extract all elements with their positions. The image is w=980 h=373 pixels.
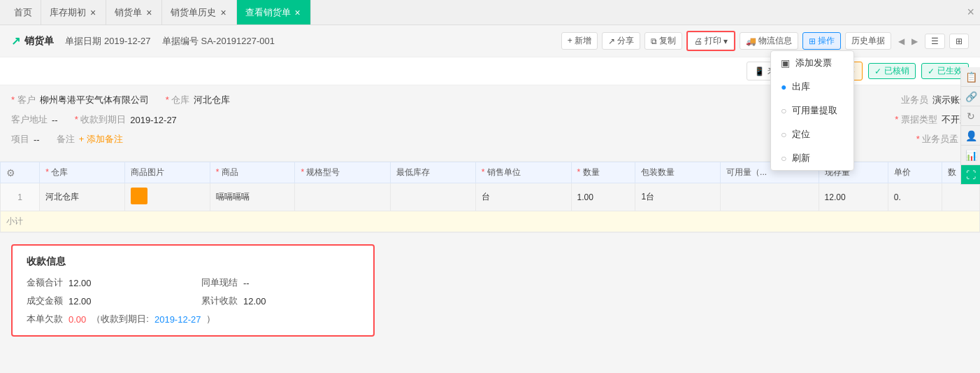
- col-settings: ⚙: [1, 162, 40, 183]
- doc-number-label: 单据编号: [162, 35, 199, 48]
- doc-number-value: SA-20191227-001: [201, 36, 275, 46]
- accumulated-label: 累计收款: [201, 295, 238, 307]
- col-unit: 销售单位: [475, 162, 571, 183]
- new-button[interactable]: + 新增: [561, 32, 598, 50]
- subtotal-row: 小计: [1, 211, 980, 232]
- col-product: 商品: [210, 162, 295, 183]
- row-min-stock: [391, 183, 476, 211]
- products-table: ⚙ 仓库 商品图片 商品 规格型号 最低库存 销售单位 数量 包装数量 可用量（…: [0, 162, 980, 232]
- project-field: 项目 --: [11, 133, 40, 146]
- col-spec: 规格型号: [295, 162, 391, 183]
- note-label: 备注: [57, 133, 75, 146]
- view-toggle-list[interactable]: ☰: [925, 34, 945, 49]
- product-image: [131, 188, 147, 204]
- col-min-stock: 最低库存: [391, 162, 476, 183]
- sales-emp-label: 业务员孟: [916, 133, 959, 146]
- operations-button[interactable]: ⊞ 操作: [802, 32, 841, 50]
- doc-meta: 单据日期 2019-12-27 单据编号 SA-20191227-001: [65, 35, 275, 48]
- copy-icon: ⧉: [651, 36, 657, 46]
- logistics-button[interactable]: 🚚 物流信息: [740, 32, 798, 50]
- check-icon: ✓: [874, 66, 881, 76]
- print-icon: 🖨: [694, 36, 702, 46]
- employee-label: 业务员: [901, 94, 928, 106]
- doc-type-icon: ↗: [11, 34, 20, 48]
- doc-date-label: 单据日期: [65, 35, 101, 48]
- project-label: 项目: [11, 133, 29, 146]
- share-icon: ↗: [608, 36, 615, 46]
- operations-icon: ⊞: [809, 36, 816, 46]
- tab-home[interactable]: 首页: [6, 0, 41, 24]
- tab-view-sales[interactable]: 查看销货单 ×: [237, 0, 311, 24]
- logistics-icon: 🚚: [746, 36, 756, 46]
- row-product: 嗝嗝嗝嗝: [210, 183, 295, 211]
- dropdown-available-qty[interactable]: ○ 可用量提取: [771, 99, 853, 122]
- col-package-qty: 包装数量: [635, 162, 721, 183]
- payment-date-value: 2019-12-27: [130, 115, 177, 125]
- copy-button[interactable]: ⧉ 复制: [644, 32, 682, 50]
- tab-sales-order[interactable]: 销货单 ×: [106, 0, 162, 24]
- tab-view-sales-close[interactable]: ×: [294, 6, 302, 19]
- row-image: [124, 183, 210, 211]
- arrears-note: （收款到期日:: [92, 313, 149, 325]
- payment-info-title: 收款信息: [27, 255, 359, 268]
- accumulated-value: 12.00: [243, 296, 266, 307]
- ticket-type-field: 票据类型 不开票: [895, 113, 969, 126]
- right-btn-3[interactable]: ↻: [961, 106, 980, 126]
- dropdown-locate[interactable]: ○ 定位: [771, 122, 853, 146]
- tab-inventory-init[interactable]: 库存期初 ×: [41, 0, 106, 24]
- arrears-row: 本单欠款 0.00 （收款到期日: 2019-12-27 ）: [27, 313, 359, 325]
- tab-sales-history-close[interactable]: ×: [219, 6, 227, 19]
- locate-icon: ○: [781, 129, 786, 140]
- right-btn-4[interactable]: 👤: [961, 126, 980, 146]
- verified-btn[interactable]: ✓ 已核销: [868, 63, 916, 79]
- dropdown-add-invoice[interactable]: ▣ 添加发票: [771, 51, 853, 75]
- payment-date-field: 收款到期日 2019-12-27: [75, 113, 177, 126]
- doc-date-value: 2019-12-27: [104, 36, 151, 46]
- window-close-button[interactable]: ×: [967, 5, 974, 20]
- accumulated-row: 累计收款 12.00: [201, 295, 359, 307]
- nav-arrows: ◀ ▶: [895, 35, 921, 48]
- view-toggle-grid[interactable]: ⊞: [949, 34, 969, 49]
- arrears-due-date: 2019-12-27: [154, 314, 201, 325]
- share-button[interactable]: ↗ 分享: [602, 32, 640, 50]
- row-num: 1: [1, 183, 40, 211]
- prev-arrow[interactable]: ◀: [895, 35, 907, 48]
- customer-label: 客户: [11, 94, 36, 106]
- col-image: 商品图片: [124, 162, 210, 183]
- outbound-icon: ●: [781, 81, 786, 92]
- next-arrow[interactable]: ▶: [909, 35, 921, 48]
- row-warehouse: 河北仓库: [40, 183, 125, 211]
- same-order-value: --: [243, 278, 250, 288]
- payment-info-box: 收款信息 金额合计 12.00 同单现结 -- 成交金额 12.00 累计收款 …: [11, 244, 375, 337]
- employee-field: 业务员 演示账号: [901, 94, 969, 106]
- tab-sales-order-close[interactable]: ×: [145, 6, 153, 19]
- tab-sales-history[interactable]: 销货单历史 ×: [162, 0, 236, 24]
- col-qty: 数量: [571, 162, 635, 183]
- bottom-section: 收款信息 金额合计 12.00 同单现结 -- 成交金额 12.00 累计收款 …: [0, 233, 980, 348]
- note-field: 备注 + 添加备注: [57, 133, 123, 146]
- history-button[interactable]: 历史单据: [845, 32, 891, 50]
- row-price: 0.: [888, 183, 942, 211]
- dropdown-refresh[interactable]: ○ 刷新: [771, 146, 853, 170]
- right-btn-5[interactable]: 📊: [961, 146, 980, 165]
- amount-row: 金额合计 12.00: [27, 276, 185, 289]
- right-btn-2[interactable]: 🔗: [961, 87, 980, 106]
- operations-dropdown: ▣ 添加发票 ● 出库 ○ 可用量提取 ○ 定位 ○ 刷新: [770, 50, 854, 171]
- tab-inventory-init-close[interactable]: ×: [89, 6, 97, 19]
- arrears-close: ）: [206, 313, 215, 325]
- right-btn-1[interactable]: 📋: [961, 67, 980, 87]
- amount-label: 金额合计: [27, 276, 63, 289]
- arrears-value: 0.00: [69, 314, 86, 325]
- print-button[interactable]: 🖨 打印 ▾: [689, 33, 733, 49]
- settings-icon[interactable]: ⚙: [6, 167, 15, 178]
- project-value: --: [34, 134, 40, 145]
- warehouse-field: 仓库 河北仓库: [166, 94, 231, 106]
- dropdown-outbound[interactable]: ● 出库: [771, 75, 853, 99]
- doc-type-label: 销货单: [24, 35, 54, 48]
- row-current-stock: 12.00: [819, 183, 888, 211]
- ticket-type-label: 票据类型: [895, 113, 937, 126]
- row-qty: 1.00: [571, 183, 635, 211]
- deal-amount-row: 成交金额 12.00: [27, 295, 185, 307]
- right-btn-6[interactable]: ⛶: [961, 165, 980, 185]
- add-note-button[interactable]: + 添加备注: [79, 133, 123, 146]
